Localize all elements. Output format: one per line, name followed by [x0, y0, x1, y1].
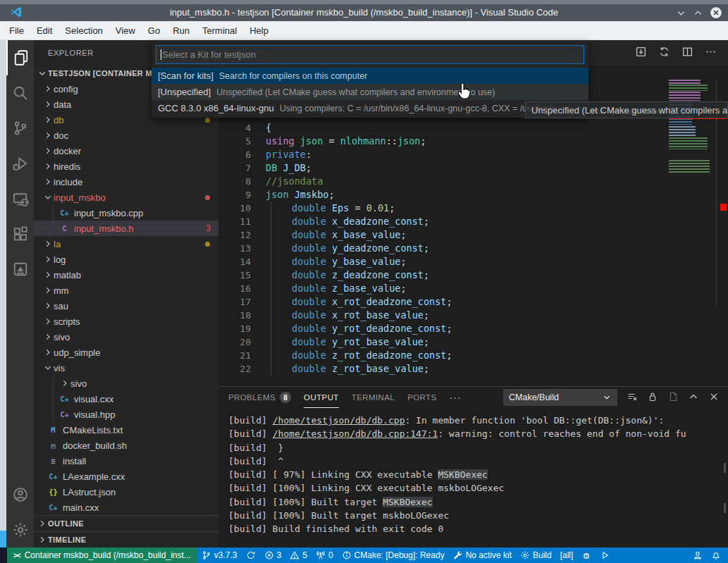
tree-file-CMakeLists.txt[interactable]: MCMakeLists.txt — [34, 422, 218, 438]
quick-pick-input[interactable]: Select a Kit for testjson — [156, 45, 584, 64]
tree-file-LAstruct.json[interactable]: {}LAstruct.json — [34, 484, 218, 500]
quick-pick-item[interactable]: [Scan for kits]Search for compilers on t… — [152, 68, 588, 84]
menu-run[interactable]: Run — [166, 25, 196, 36]
tree-folder-doc[interactable]: doc — [34, 128, 218, 143]
tree-item-label: mm — [54, 285, 69, 296]
file-type-icon: C — [59, 224, 70, 233]
tree-folder-scripts[interactable]: scripts — [34, 314, 218, 329]
code-text: double x_rot_deadzone_const; — [266, 295, 452, 309]
tree-file-docker_build.sh[interactable]: ▤docker_build.sh — [34, 438, 218, 453]
code-text: double x_base_value; — [266, 228, 407, 242]
code-area[interactable]: 4{5using json = nlohmann::json;6private:… — [218, 121, 664, 376]
sidebar-section-timeline[interactable]: TIMELINE — [34, 531, 218, 547]
problems-count-badge: 3 — [206, 223, 211, 233]
panel-tab-terminal[interactable]: TERMINAL — [352, 388, 395, 408]
activitybar-test-box[interactable] — [6, 252, 34, 287]
tree-file-install[interactable]: ≡install — [34, 453, 218, 469]
close-button[interactable] — [710, 6, 722, 19]
panel-action-open-in-editor[interactable] — [667, 391, 679, 404]
panel-action-clear-output[interactable] — [627, 391, 638, 404]
tree-folder-docker[interactable]: docker — [34, 143, 218, 159]
tree-file-visual.hpp[interactable]: C+visual.hpp — [34, 407, 218, 422]
token — [326, 229, 332, 240]
tree-folder-include[interactable]: include — [34, 174, 218, 190]
file-type-icon: C+ — [48, 503, 58, 512]
editor-action-compare-changes[interactable] — [658, 46, 670, 61]
output-channel-select[interactable]: CMake/Build — [503, 389, 617, 406]
output-file-link[interactable]: /home/testjson/db/db.cpp:147:1 — [273, 428, 438, 439]
statusbar-person[interactable] — [689, 547, 707, 563]
panel-action-close-panel[interactable] — [708, 391, 720, 404]
statusbar-error[interactable]: 3 — [260, 547, 286, 563]
tree-folder-log[interactable]: log — [34, 252, 218, 267]
tree-folder-sivo[interactable]: sivo — [34, 376, 218, 391]
tree-folder-sau[interactable]: sau — [34, 298, 218, 314]
statusbar-all[interactable]: [all] — [556, 547, 578, 563]
remote-indicator[interactable]: >< Container mskbo_build (/mskbo_build_i… — [7, 547, 197, 563]
menu-view[interactable]: View — [109, 25, 142, 36]
activitybar-remote-explorer[interactable] — [6, 181, 34, 216]
sidebar-section-outline[interactable]: OUTLINE — [34, 515, 218, 531]
hover-tooltip: Unspecified (Let CMake guess what compil… — [525, 101, 728, 118]
tree-folder-udp_simple[interactable]: udp_simple — [34, 345, 218, 360]
editor-action-more-actions[interactable] — [705, 46, 717, 61]
activitybar-extensions[interactable] — [6, 216, 34, 252]
activitybar-search[interactable] — [6, 75, 34, 111]
tree-file-visual.cxx[interactable]: C+visual.cxx — [34, 391, 218, 407]
output-file-link[interactable]: /home/testjson/db/db.cpp — [273, 415, 405, 426]
panel-action-lock-scroll[interactable] — [647, 391, 658, 404]
statusbar-gear[interactable]: Build — [516, 547, 556, 563]
statusbar-warning[interactable]: 5 — [285, 547, 311, 563]
activitybar-run-debug[interactable] — [6, 146, 34, 181]
tree-file-LAexample.cxx[interactable]: C+LAexample.cxx — [34, 469, 218, 484]
activitybar-source-control[interactable] — [6, 111, 34, 146]
activitybar-explorer[interactable] — [6, 40, 34, 75]
statusbar-radio-tower[interactable]: 0 — [311, 547, 338, 563]
explorer-icon — [13, 49, 30, 66]
menu-help[interactable]: Help — [243, 25, 275, 36]
output-console[interactable]: [build] /home/testjson/db/db.cpp: In mem… — [218, 408, 728, 536]
panel-tab-ports[interactable]: PORTS — [407, 388, 436, 408]
tree-folder-matlab[interactable]: matlab — [34, 267, 218, 283]
tree-folder-sivo[interactable]: sivo — [34, 329, 218, 345]
editor-action-split-editor[interactable] — [681, 46, 693, 61]
statusbar-bug[interactable] — [577, 547, 596, 563]
tree-folder-mm[interactable]: mm — [34, 283, 218, 298]
activitybar-settings[interactable] — [6, 512, 34, 547]
tree-file-main.cxx[interactable]: C+main.cxx — [34, 500, 218, 515]
editor-action-run-install[interactable] — [635, 46, 647, 61]
tree-folder-hiredis[interactable]: hiredis — [34, 159, 218, 174]
panel-tab-problems[interactable]: PROBLEMS8 — [228, 388, 291, 408]
statusbar-tools[interactable]: No active kit — [449, 547, 516, 563]
quick-pick-item[interactable]: GCC 8.3.0 x86_64-linux-gnuUsing compiler… — [152, 100, 588, 116]
git-status-dot — [205, 195, 210, 200]
statusbar-play[interactable] — [596, 547, 614, 563]
title-bar[interactable]: input_mskbo.h - testjson [Container mskb… — [0, 4, 728, 21]
statusbar-sync[interactable] — [242, 547, 260, 563]
statusbar-bell[interactable] — [707, 547, 725, 563]
menu-go[interactable]: Go — [142, 25, 166, 36]
minimize-button[interactable] — [676, 8, 686, 18]
token: x_rot_deadzone_const — [332, 296, 447, 307]
window-title: input_mskbo.h - testjson [Container mskb… — [0, 4, 728, 21]
panel-tab-output[interactable]: OUTPUT — [304, 388, 339, 408]
tree-folder-la[interactable]: la — [34, 236, 218, 252]
statusbar-info[interactable]: CMake: [Debug]: Ready — [338, 547, 449, 563]
tree-folder-vis[interactable]: vis — [34, 360, 218, 376]
tree-file-input_mskbo.h[interactable]: Cinput_mskbo.h3 — [34, 221, 218, 236]
statusbar-git-branch[interactable]: v3.7.3 — [197, 547, 242, 563]
tree-file-input_mskbo.cpp[interactable]: C+input_mskbo.cpp — [34, 205, 218, 221]
line-number: 10 — [218, 202, 251, 215]
menu-file[interactable]: File — [3, 25, 30, 36]
tree-folder-input_mskbo[interactable]: input_mskbo — [34, 190, 218, 205]
menu-selection[interactable]: Selection — [58, 25, 109, 36]
menu-edit[interactable]: Edit — [30, 25, 58, 36]
maximize-button[interactable] — [693, 8, 703, 18]
activitybar-account[interactable] — [6, 477, 34, 512]
quick-pick-item[interactable]: [Unspecified]Unspecified (Let CMake gues… — [152, 84, 588, 100]
kit-quick-pick: Select a Kit for testjson [Scan for kits… — [152, 41, 588, 118]
statusbar-item-label: 3 — [277, 550, 282, 560]
panel-action-maximize-panel[interactable] — [688, 391, 699, 404]
menu-terminal[interactable]: Terminal — [196, 25, 243, 36]
panel-tabs-more-icon[interactable]: ··· — [450, 392, 462, 403]
